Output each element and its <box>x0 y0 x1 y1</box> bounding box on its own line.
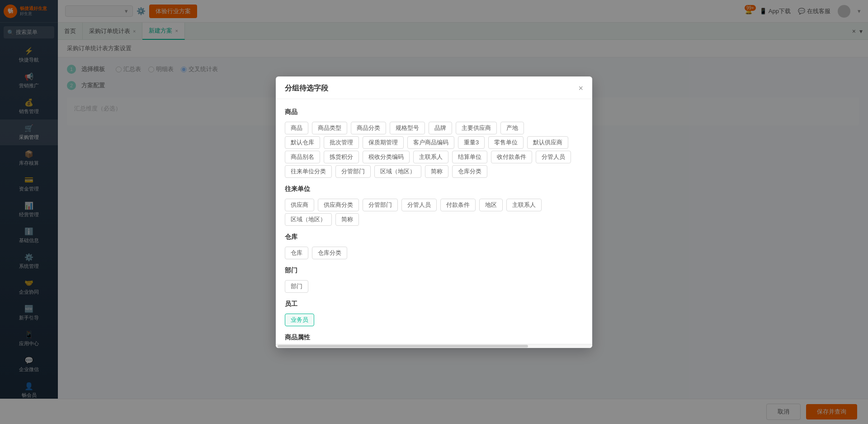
tag-weight[interactable]: 重量3 <box>458 136 485 149</box>
section-partner-tags-2: 区域（地区） 简称 <box>285 213 583 226</box>
tag-main-supplier[interactable]: 主要供应商 <box>456 122 497 134</box>
modal-hscroll-thumb <box>278 345 528 348</box>
section-department-title: 部门 <box>285 267 583 275</box>
tag-shelf-life[interactable]: 保质期管理 <box>363 136 404 149</box>
modal-overlay: 分组待选字段 × 商品 商品 商品类型 商品分类 规格型号 品牌 主要供应商 产… <box>0 0 868 424</box>
tag-warehouse[interactable]: 仓库 <box>285 247 308 259</box>
section-product-tags: 商品 商品类型 商品分类 规格型号 品牌 主要供应商 产地 <box>285 122 583 134</box>
section-partner-tags: 供应商 供应商分类 分管部门 分管人员 付款条件 地区 主联系人 <box>285 199 583 211</box>
tag-spec-model[interactable]: 规格型号 <box>390 122 425 134</box>
tag-region[interactable]: 区域（地区） <box>374 165 421 178</box>
tag-pick-score[interactable]: 拣货积分 <box>324 151 359 163</box>
tag-origin[interactable]: 产地 <box>500 122 524 134</box>
modal-close-button[interactable]: × <box>578 84 583 92</box>
section-product-attr-title: 商品属性 <box>285 333 583 342</box>
tag-region-partner[interactable]: 区域（地区） <box>285 213 332 226</box>
tag-main-contact[interactable]: 主联系人 <box>413 151 448 163</box>
section-product-tags-3: 商品别名 拣货积分 税收分类编码 主联系人 结算单位 收付款条件 分管人员 <box>285 151 583 163</box>
tag-managed-dept[interactable]: 分管部门 <box>335 165 371 178</box>
modal-title: 分组待选字段 <box>285 84 328 93</box>
tag-area[interactable]: 地区 <box>479 199 503 211</box>
tag-short-name-partner[interactable]: 简称 <box>335 213 359 226</box>
tag-short-name[interactable]: 简称 <box>425 165 448 178</box>
modal-body[interactable]: 商品 商品 商品类型 商品分类 规格型号 品牌 主要供应商 产地 默认仓库 批次… <box>276 99 592 344</box>
tag-product-alias[interactable]: 商品别名 <box>285 151 320 163</box>
tag-tax-code[interactable]: 税收分类编码 <box>363 151 410 163</box>
section-employee-tags: 业务员 <box>285 314 583 326</box>
tag-salesperson[interactable]: 业务员 <box>285 314 314 326</box>
section-employee-title: 员工 <box>285 300 583 308</box>
tag-payment-terms[interactable]: 收付款条件 <box>491 151 532 163</box>
modal-header: 分组待选字段 × <box>276 76 592 99</box>
tag-default-supplier[interactable]: 默认供应商 <box>527 136 568 149</box>
tag-warehouse-category[interactable]: 仓库分类 <box>452 165 487 178</box>
tag-warehouse-cat[interactable]: 仓库分类 <box>312 247 347 259</box>
tag-batch-mgmt[interactable]: 批次管理 <box>324 136 359 149</box>
tag-department[interactable]: 部门 <box>285 280 308 293</box>
tag-managed-person-partner[interactable]: 分管人员 <box>401 199 437 211</box>
tag-product-category[interactable]: 商品分类 <box>351 122 386 134</box>
tag-product[interactable]: 商品 <box>285 122 308 134</box>
section-department-tags: 部门 <box>285 280 583 293</box>
tag-main-contact-partner[interactable]: 主联系人 <box>506 199 542 211</box>
section-product-tags-4: 往来单位分类 分管部门 区域（地区） 简称 仓库分类 <box>285 165 583 178</box>
tag-supervisor[interactable]: 分管人员 <box>536 151 571 163</box>
section-product-title: 商品 <box>285 108 583 116</box>
section-partner-title: 往来单位 <box>285 185 583 193</box>
tag-default-warehouse[interactable]: 默认仓库 <box>285 136 320 149</box>
tag-supplier[interactable]: 供应商 <box>285 199 314 211</box>
tag-partner-category[interactable]: 往来单位分类 <box>285 165 332 178</box>
tag-customer-code[interactable]: 客户商品编码 <box>407 136 454 149</box>
tag-brand[interactable]: 品牌 <box>429 122 452 134</box>
modal-dialog: 分组待选字段 × 商品 商品 商品类型 商品分类 规格型号 品牌 主要供应商 产… <box>276 76 592 348</box>
section-warehouse-tags: 仓库 仓库分类 <box>285 247 583 259</box>
tag-settlement-unit[interactable]: 结算单位 <box>452 151 487 163</box>
tag-supplier-category[interactable]: 供应商分类 <box>318 199 359 211</box>
tag-payment-cond[interactable]: 付款条件 <box>440 199 476 211</box>
modal-horizontal-scrollbar[interactable] <box>276 344 592 348</box>
tag-product-type[interactable]: 商品类型 <box>312 122 347 134</box>
section-warehouse-title: 仓库 <box>285 233 583 241</box>
section-product-tags-2: 默认仓库 批次管理 保质期管理 客户商品编码 重量3 零售单位 默认供应商 <box>285 136 583 149</box>
tag-retail-unit[interactable]: 零售单位 <box>488 136 524 149</box>
tag-managed-dept-partner[interactable]: 分管部门 <box>363 199 398 211</box>
